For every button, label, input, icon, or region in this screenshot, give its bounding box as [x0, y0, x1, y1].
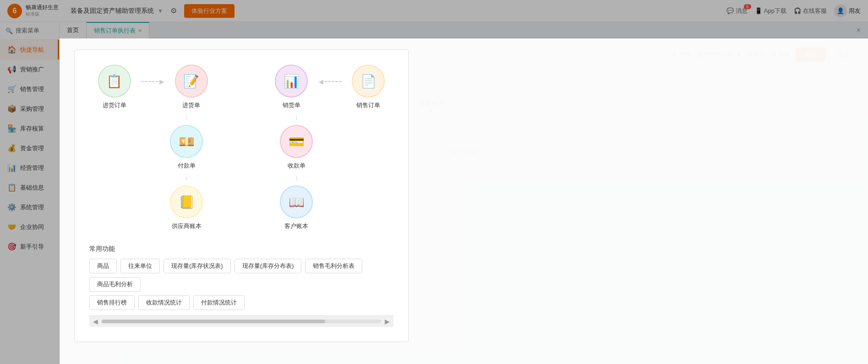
payment-label: 付款单: [178, 162, 196, 170]
arrow-head-1: ▶: [159, 78, 164, 85]
dash-9: [328, 81, 331, 82]
arrow-2: ▶: [317, 78, 344, 96]
flow-row-3: 📒 供应商账本 📖 客户账本: [89, 185, 393, 230]
dash-2: [145, 81, 147, 82]
flow-node-purchase-invoice[interactable]: 📝 进货单: [166, 65, 216, 109]
scroll-right-arrow[interactable]: ▶: [385, 318, 390, 325]
horizontal-scrollbar: ◀ ▶: [89, 315, 393, 327]
purchase-invoice-circle: 📝: [175, 65, 208, 98]
down-arrow-payment-icon: ↓: [185, 174, 188, 182]
down-arrow-payment: ↓: [159, 174, 214, 182]
flow-node-sales-order[interactable]: 📄 销售订单: [344, 65, 393, 109]
func-btn-sales-profit[interactable]: 销售毛利分析表: [305, 259, 362, 273]
supplier-account-icon: 📒: [179, 195, 195, 210]
flow-node-receipt[interactable]: 💳 收款单: [269, 125, 324, 170]
purchase-invoice-label: 进货单: [182, 101, 200, 109]
sales-invoice-circle: 📊: [275, 65, 308, 98]
flow-node-payment[interactable]: 💴 付款单: [159, 125, 214, 170]
flow-node-purchase-order[interactable]: 📋 进货订单: [89, 65, 139, 109]
purchase-invoice-icon: 📝: [183, 74, 199, 89]
flow-row-arrows-2: ↓ ↓: [89, 174, 393, 182]
customer-account-circle: 📖: [280, 185, 313, 218]
func-btn-sales-rank[interactable]: 销售排行榜: [89, 295, 135, 310]
purchase-order-circle: 📋: [98, 65, 131, 98]
payment-icon: 💴: [179, 134, 195, 149]
func-btn-product[interactable]: 商品: [89, 259, 117, 273]
down-arrow-sales: ↓: [269, 113, 324, 121]
payment-circle: 💴: [170, 125, 203, 158]
flow-row-1: 📋 进货订单 ▶: [89, 65, 393, 109]
func-btn-stock-dist[interactable]: 现存量(库存分布表): [235, 259, 302, 273]
receipt-icon: 💳: [289, 134, 305, 149]
arrow-head-2: ▶: [318, 78, 323, 85]
dashed-line-2: ▶: [318, 78, 342, 85]
dash-6: [339, 81, 342, 82]
func-btn-payment-stats[interactable]: 付款情况统计: [193, 295, 245, 310]
down-arrow-sales-icon: ↓: [295, 113, 298, 121]
arrow-1: ▶: [139, 78, 166, 96]
func-buttons-row1: 商品 往来单位 现存量(库存状况表) 现存量(库存分布表) 销售毛利分析表 商品…: [89, 259, 393, 292]
purchase-order-label: 进货订单: [103, 101, 126, 109]
sales-order-icon: 📄: [360, 74, 377, 89]
down-arrow-receipt-icon: ↓: [295, 174, 298, 182]
down-arrow-purchase: ↓: [159, 113, 214, 121]
flow-row-2: 💴 付款单 💳 收款单: [89, 125, 393, 170]
func-btn-receipt-stats[interactable]: 收款情况统计: [138, 295, 190, 310]
sales-order-circle: 📄: [352, 65, 385, 98]
dash-8: [332, 81, 334, 82]
dash-4: [152, 81, 155, 82]
flow-node-sales-invoice[interactable]: 📊 销货单: [267, 65, 317, 109]
dash-1: [141, 81, 144, 82]
flow-node-supplier-account[interactable]: 📒 供应商账本: [159, 185, 214, 230]
flow-diagram: 📋 进货订单 ▶: [89, 65, 393, 234]
down-arrow-purchase-icon: ↓: [185, 113, 188, 121]
func-btn-stock-status[interactable]: 现存量(库存状况表): [164, 259, 231, 273]
func-buttons-row2: 销售排行榜 收款情况统计 付款情况统计: [89, 295, 393, 310]
sales-invoice-icon: 📊: [284, 74, 300, 89]
receipt-circle: 💳: [280, 125, 313, 158]
common-functions-title: 常用功能: [89, 245, 393, 253]
dash-3: [148, 81, 151, 82]
supplier-account-label: 供应商账本: [172, 222, 202, 230]
dash-5: [156, 81, 158, 82]
scroll-left-arrow[interactable]: ◀: [93, 318, 98, 325]
quick-guide-modal: 📋 进货订单 ▶: [60, 38, 868, 364]
customer-account-label: 客户账本: [284, 222, 308, 230]
sales-invoice-label: 销货单: [283, 101, 300, 109]
func-btn-product-profit[interactable]: 商品毛利分析: [89, 277, 141, 292]
dashed-line-1: ▶: [141, 78, 164, 85]
supplier-account-circle: 📒: [170, 185, 203, 218]
func-btn-partners[interactable]: 往来单位: [120, 259, 160, 273]
purchase-order-icon: 📋: [106, 74, 122, 89]
scroll-thumb: [102, 320, 325, 323]
scroll-track[interactable]: [102, 320, 381, 323]
dash-7: [335, 81, 338, 82]
dash-10: [324, 81, 327, 82]
quick-guide-inner: 📋 进货订单 ▶: [74, 49, 409, 342]
receipt-label: 收款单: [288, 162, 306, 170]
sales-order-label: 销售订单: [356, 101, 380, 109]
down-arrow-receipt: ↓: [269, 174, 324, 182]
customer-account-icon: 📖: [289, 195, 305, 210]
flow-node-customer-account[interactable]: 📖 客户账本: [269, 185, 324, 230]
flow-row-arrows: ↓ ↓: [89, 113, 393, 121]
